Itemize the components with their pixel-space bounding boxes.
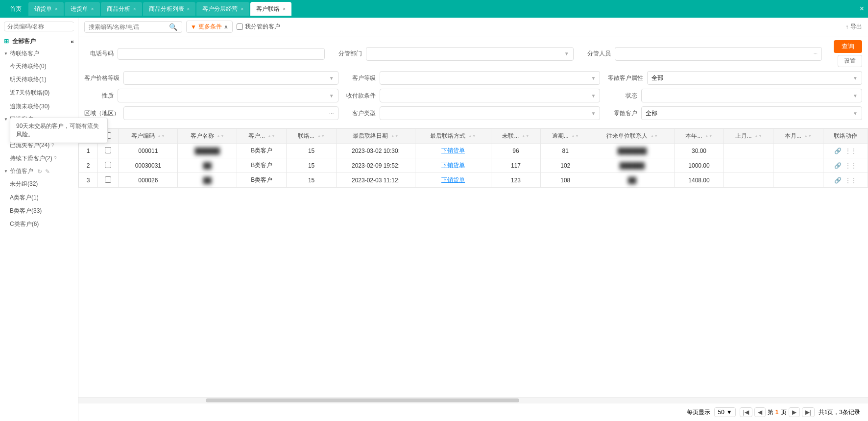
cell-check[interactable] <box>98 173 119 188</box>
sidebar-item-b-class[interactable]: B类客户(33) <box>0 204 78 218</box>
last-page-btn[interactable]: ▶| <box>802 407 815 417</box>
action-more-icon[interactable]: ⋮⋮ <box>845 148 857 154</box>
sidebar-search-box[interactable]: 🔍 <box>4 22 74 31</box>
sort-date-icon[interactable]: ▲▼ <box>391 134 399 138</box>
retail-select[interactable]: 全部 ▼ <box>641 106 862 120</box>
cell-last-way[interactable]: 下销货单 <box>415 144 491 158</box>
my-customers-checkbox[interactable] <box>237 24 243 30</box>
th-this-month[interactable]: 本月... ▲▼ <box>773 129 823 144</box>
tab-sales[interactable]: 销货单 × <box>28 2 64 16</box>
area-more-icon[interactable]: ··· <box>329 110 334 117</box>
retail-attr-select[interactable]: 全部 ▼ <box>647 71 862 85</box>
next-page-btn[interactable]: ▶ <box>789 407 800 417</box>
cell-check[interactable] <box>98 144 119 158</box>
sidebar-collapse-icon[interactable]: « <box>71 38 74 45</box>
sidebar-item-today[interactable]: 今天待联络(0) <box>0 60 78 73</box>
sidebar-item-ungrouped[interactable]: 未分组(32) <box>0 177 78 191</box>
sidebar-item-c-class[interactable]: C类客户(6) <box>0 218 78 231</box>
edit-icon[interactable]: ✎ <box>45 168 50 175</box>
area-select[interactable]: ··· <box>123 106 338 120</box>
row-checkbox-0[interactable] <box>105 147 111 153</box>
th-name[interactable]: 客户名称 ▲▼ <box>178 129 237 144</box>
search-input[interactable] <box>89 24 167 30</box>
sidebar-item-overdue[interactable]: 逾期未联络(30) <box>0 100 78 113</box>
sidebar-all-customers[interactable]: ⊞ 全部客户 « <box>0 35 78 48</box>
row-checkbox-1[interactable] <box>105 162 111 168</box>
refresh-icon[interactable]: ↻ <box>37 168 42 175</box>
sidebar-item-a-class[interactable]: A类客户(1) <box>0 191 78 204</box>
sort-way-icon[interactable]: ▲▼ <box>468 134 476 138</box>
tab-sales-close[interactable]: × <box>55 6 58 12</box>
payment-select[interactable]: ▼ <box>380 89 601 102</box>
setting-button[interactable]: 设置 <box>838 55 862 67</box>
action-link-icon[interactable]: 🔗 <box>834 148 842 154</box>
th-unit-contact[interactable]: 往来单位联系人 ▲▼ <box>590 129 674 144</box>
sort-not-icon[interactable]: ▲▼ <box>522 134 530 138</box>
th-contact[interactable]: 联络... ▲▼ <box>287 129 336 144</box>
th-last-way[interactable]: 最后联络方式 ▲▼ <box>415 129 491 144</box>
customer-grade-select[interactable]: ▼ <box>380 71 601 85</box>
sort-unit-icon[interactable]: ▲▼ <box>650 134 658 138</box>
my-customers-checkbox-label[interactable]: 我分管的客户 <box>237 23 280 31</box>
action-link-icon[interactable]: 🔗 <box>834 177 842 184</box>
query-button[interactable]: 查询 <box>834 40 862 53</box>
h-scrollbar[interactable] <box>78 397 868 403</box>
cell-action[interactable]: 🔗 ⋮⋮ <box>823 144 868 158</box>
search-icon[interactable]: 🔍 <box>169 23 177 31</box>
sidebar-group-value[interactable]: ▼ 价值客户 ↻ ✎ <box>0 165 78 177</box>
action-link-icon[interactable]: 🔗 <box>834 162 842 169</box>
search-box[interactable]: 🔍 <box>84 21 182 33</box>
sidebar-search-input[interactable] <box>7 23 78 30</box>
person-select[interactable]: ··· <box>615 47 822 61</box>
action-more-icon[interactable]: ⋮⋮ <box>845 177 857 184</box>
tab-customer-link[interactable]: 客户联络 × <box>250 2 291 16</box>
page-size-select[interactable]: 50 ▼ <box>714 407 735 417</box>
tab-analysis-list[interactable]: 商品分析列表 × <box>143 2 196 16</box>
status-select[interactable]: ▼ <box>641 89 862 102</box>
cell-action[interactable]: 🔗 ⋮⋮ <box>823 173 868 188</box>
tab-analysis-list-close[interactable]: × <box>187 6 190 12</box>
cell-check[interactable] <box>98 158 119 173</box>
row-checkbox-2[interactable] <box>105 176 111 183</box>
th-last-month[interactable]: 上月... ▲▼ <box>724 129 773 144</box>
sidebar-item-7days[interactable]: 近7天待联络(0) <box>0 86 78 99</box>
tab-customer-link-close[interactable]: × <box>283 6 286 12</box>
sort-type-icon[interactable]: ▲▼ <box>267 134 275 138</box>
sort-contact-icon[interactable]: ▲▼ <box>317 134 325 138</box>
customer-type-select[interactable]: ▼ <box>380 106 601 120</box>
th-type[interactable]: 客户... ▲▼ <box>237 129 287 144</box>
sort-overdue-icon[interactable]: ▲▼ <box>571 134 579 138</box>
export-btn[interactable]: ↑ 导出 <box>845 23 862 31</box>
tab-customer-level-close[interactable]: × <box>241 6 243 12</box>
sidebar-item-declining[interactable]: 持续下滑客户(2) ? <box>0 152 78 165</box>
dept-select[interactable]: ▼ <box>366 47 573 61</box>
sort-tmonth-icon[interactable]: ▲▼ <box>804 134 812 138</box>
th-last-date[interactable]: 最后联络日期 ▲▼ <box>336 129 415 144</box>
sort-name-icon[interactable]: ▲▼ <box>217 134 224 138</box>
close-all-tabs[interactable]: × <box>860 4 864 13</box>
tab-purchase[interactable]: 进货单 × <box>65 2 100 16</box>
prev-page-btn[interactable]: ◀ <box>754 407 766 417</box>
sidebar-item-tomorrow[interactable]: 明天待联络(1) <box>0 73 78 86</box>
th-code[interactable]: 客户编码 ▲▼ <box>119 129 178 144</box>
sidebar-group-pending[interactable]: ▼ 待联络客户 <box>0 48 78 60</box>
tab-customer-level[interactable]: 客户分层经营 × <box>196 2 249 16</box>
cell-last-way[interactable]: 下销货单 <box>415 158 491 173</box>
action-more-icon[interactable]: ⋮⋮ <box>845 162 857 169</box>
first-page-btn[interactable]: |◀ <box>740 407 752 417</box>
h-scroll-thumb[interactable] <box>206 398 519 402</box>
sort-code-icon[interactable]: ▲▼ <box>157 134 165 138</box>
th-overdue[interactable]: 逾期... ▲▼ <box>541 129 590 144</box>
th-this-year[interactable]: 本年... ▲▼ <box>674 129 723 144</box>
tab-analysis-close[interactable]: × <box>133 6 136 12</box>
tab-home[interactable]: 首页 <box>4 2 27 16</box>
tab-purchase-close[interactable]: × <box>91 6 94 12</box>
sort-year-icon[interactable]: ▲▼ <box>705 134 713 138</box>
price-grade-select[interactable]: ▼ <box>123 71 338 85</box>
th-not-contact[interactable]: 未联... ▲▼ <box>491 129 540 144</box>
more-filter-btn[interactable]: ▼ 更多条件 ∧ <box>186 21 233 33</box>
cell-action[interactable]: 🔗 ⋮⋮ <box>823 158 868 173</box>
gender-select[interactable]: ▼ <box>118 89 338 102</box>
phone-input[interactable] <box>118 48 325 60</box>
cell-last-way[interactable]: 下销货单 <box>415 173 491 188</box>
